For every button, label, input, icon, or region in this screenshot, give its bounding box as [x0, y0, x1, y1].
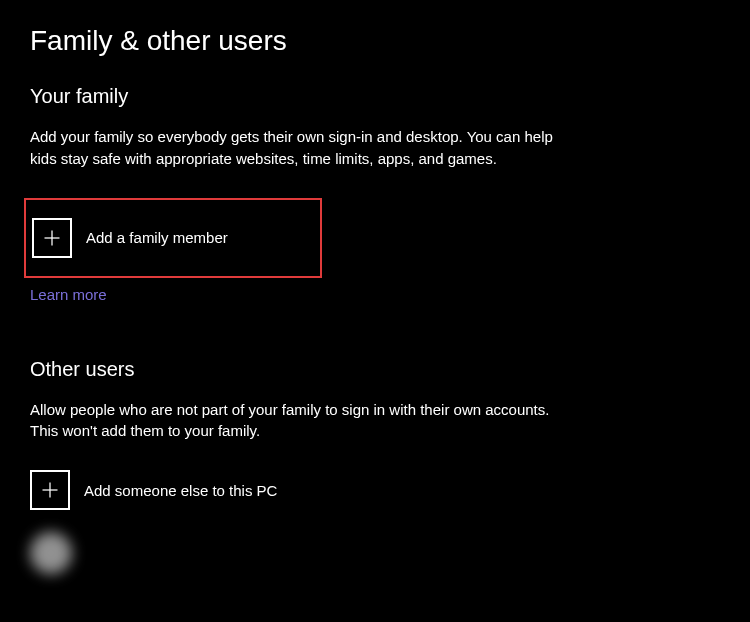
user-list-item[interactable]	[30, 532, 720, 574]
learn-more-link[interactable]: Learn more	[30, 286, 107, 303]
your-family-title: Your family	[30, 85, 720, 108]
add-other-user-button[interactable]: Add someone else to this PC	[30, 470, 720, 510]
page-title: Family & other users	[30, 25, 720, 57]
your-family-description: Add your family so everybody gets their …	[30, 126, 570, 170]
other-users-title: Other users	[30, 358, 720, 381]
plus-icon	[32, 218, 72, 258]
add-family-highlight: Add a family member	[24, 198, 322, 278]
add-other-user-label: Add someone else to this PC	[84, 482, 277, 499]
avatar	[30, 532, 72, 574]
plus-icon	[30, 470, 70, 510]
other-users-description: Allow people who are not part of your fa…	[30, 399, 570, 443]
add-family-member-label: Add a family member	[86, 229, 228, 246]
add-family-member-button[interactable]: Add a family member	[32, 218, 310, 258]
